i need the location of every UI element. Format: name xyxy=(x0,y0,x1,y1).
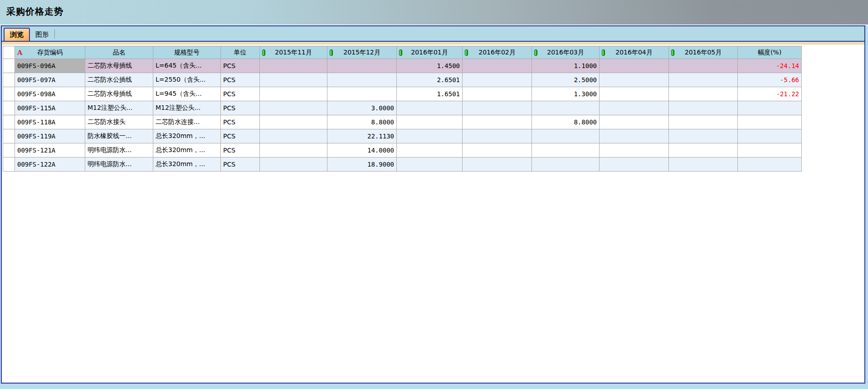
month-price-cell[interactable] xyxy=(463,73,532,87)
spec-model-cell[interactable]: 二芯防水连接... xyxy=(153,115,221,129)
month-price-cell[interactable]: 18.9000 xyxy=(327,158,397,172)
month-price-cell[interactable] xyxy=(669,129,738,143)
row-indicator-cell[interactable] xyxy=(3,73,15,87)
column-header[interactable]: 2016年04月 xyxy=(600,46,669,59)
month-price-cell[interactable] xyxy=(327,73,397,87)
month-price-cell[interactable] xyxy=(260,129,327,143)
month-price-cell[interactable]: 1.1000 xyxy=(532,59,600,73)
range-percent-cell[interactable] xyxy=(738,143,802,158)
table-row[interactable]: 009FS-121A明纬电源防水...总长320mm，...PCS14.0000 xyxy=(3,143,802,158)
table-row[interactable]: 009FS-096A二芯防水母插线L=645（含头...PCS1.45001.1… xyxy=(3,59,802,73)
tab-browse[interactable]: 浏览 xyxy=(4,28,30,41)
month-price-cell[interactable] xyxy=(397,101,463,115)
month-price-cell[interactable] xyxy=(600,73,669,87)
month-price-cell[interactable] xyxy=(669,158,738,172)
range-percent-cell[interactable] xyxy=(738,129,802,143)
column-header[interactable]: 品名 xyxy=(85,46,153,59)
column-header[interactable]: 单位 xyxy=(221,46,260,59)
month-price-cell[interactable] xyxy=(600,59,669,73)
month-price-cell[interactable] xyxy=(532,143,600,158)
row-indicator-cell[interactable] xyxy=(3,87,15,101)
row-indicator-cell[interactable] xyxy=(3,59,15,73)
column-header[interactable]: 2016年05月 xyxy=(669,46,738,59)
month-price-cell[interactable] xyxy=(260,59,327,73)
month-price-cell[interactable] xyxy=(600,129,669,143)
spec-model-cell[interactable]: M12注塑公头... xyxy=(153,101,221,115)
month-price-cell[interactable]: 1.3000 xyxy=(532,87,600,101)
inventory-code-cell[interactable]: 009FS-118A xyxy=(15,115,85,129)
row-indicator-cell[interactable] xyxy=(3,101,15,115)
unit-cell[interactable]: PCS xyxy=(221,59,260,73)
month-price-cell[interactable] xyxy=(669,101,738,115)
month-price-cell[interactable] xyxy=(600,115,669,129)
range-percent-cell[interactable] xyxy=(738,115,802,129)
range-percent-cell[interactable] xyxy=(738,158,802,172)
month-price-cell[interactable] xyxy=(463,59,532,73)
month-price-cell[interactable] xyxy=(260,143,327,158)
month-price-cell[interactable] xyxy=(260,158,327,172)
inventory-code-cell[interactable]: 009FS-122A xyxy=(15,158,85,172)
product-name-cell[interactable]: M12注塑公头... xyxy=(85,101,153,115)
month-price-cell[interactable] xyxy=(260,73,327,87)
month-price-cell[interactable]: 8.8000 xyxy=(532,115,600,129)
month-price-cell[interactable] xyxy=(669,115,738,129)
row-indicator-cell[interactable] xyxy=(3,129,15,143)
month-price-cell[interactable] xyxy=(463,129,532,143)
product-name-cell[interactable]: 二芯防水母插线 xyxy=(85,87,153,101)
inventory-code-cell[interactable]: 009FS-119A xyxy=(15,129,85,143)
column-header[interactable]: 2015年11月 xyxy=(260,46,327,59)
product-name-cell[interactable]: 二芯防水母插线 xyxy=(85,59,153,73)
month-price-cell[interactable]: 2.6501 xyxy=(397,73,463,87)
table-row[interactable]: 009FS-119A防水橡胶线一...总长320mm，...PCS22.1130 xyxy=(3,129,802,143)
product-name-cell[interactable]: 防水橡胶线一... xyxy=(85,129,153,143)
table-row[interactable]: 009FS-098A二芯防水母插线L=945（含头...PCS1.65011.3… xyxy=(3,87,802,101)
spec-model-cell[interactable]: 总长320mm，... xyxy=(153,158,221,172)
column-header[interactable]: 2016年01月 xyxy=(397,46,463,59)
column-header[interactable]: 幅度(%) xyxy=(738,46,802,59)
month-price-cell[interactable]: 1.4500 xyxy=(397,59,463,73)
inventory-code-cell[interactable]: 009FS-097A xyxy=(15,73,85,87)
row-indicator-cell[interactable] xyxy=(3,158,15,172)
spec-model-cell[interactable]: L=2550（含头... xyxy=(153,73,221,87)
month-price-cell[interactable] xyxy=(397,129,463,143)
month-price-cell[interactable] xyxy=(397,115,463,129)
range-percent-cell[interactable] xyxy=(738,101,802,115)
spec-model-cell[interactable]: 总长320mm，... xyxy=(153,143,221,158)
month-price-cell[interactable] xyxy=(260,115,327,129)
inventory-code-cell[interactable]: 009FS-098A xyxy=(15,87,85,101)
month-price-cell[interactable] xyxy=(260,101,327,115)
month-price-cell[interactable] xyxy=(532,129,600,143)
tab-graph[interactable]: 图形 xyxy=(32,29,53,40)
month-price-cell[interactable] xyxy=(600,158,669,172)
month-price-cell[interactable] xyxy=(463,115,532,129)
column-header[interactable]: 规格型号 xyxy=(153,46,221,59)
month-price-cell[interactable] xyxy=(463,87,532,101)
month-price-cell[interactable] xyxy=(532,158,600,172)
month-price-cell[interactable]: 22.1130 xyxy=(327,129,397,143)
month-price-cell[interactable] xyxy=(327,59,397,73)
inventory-code-cell[interactable]: 009FS-121A xyxy=(15,143,85,158)
column-header[interactable]: 2016年02月 xyxy=(463,46,532,59)
month-price-cell[interactable] xyxy=(669,143,738,158)
month-price-cell[interactable] xyxy=(260,87,327,101)
table-row[interactable]: 009FS-118A二芯防水接头二芯防水连接...PCS8.80008.8000 xyxy=(3,115,802,129)
unit-cell[interactable]: PCS xyxy=(221,87,260,101)
range-percent-cell[interactable]: -5.66 xyxy=(738,73,802,87)
inventory-code-cell[interactable]: 009FS-115A xyxy=(15,101,85,115)
month-price-cell[interactable] xyxy=(669,73,738,87)
month-price-cell[interactable] xyxy=(669,59,738,73)
row-indicator-cell[interactable] xyxy=(3,143,15,158)
month-price-cell[interactable]: 3.0000 xyxy=(327,101,397,115)
unit-cell[interactable]: PCS xyxy=(221,101,260,115)
month-price-cell[interactable] xyxy=(463,143,532,158)
month-price-cell[interactable] xyxy=(397,158,463,172)
table-row[interactable]: 009FS-115AM12注塑公头...M12注塑公头...PCS3.0000 xyxy=(3,101,802,115)
product-name-cell[interactable]: 二芯防水公插线 xyxy=(85,73,153,87)
unit-cell[interactable]: PCS xyxy=(221,158,260,172)
month-price-cell[interactable]: 1.6501 xyxy=(397,87,463,101)
inventory-code-cell[interactable]: 009FS-096A xyxy=(15,59,85,73)
month-price-cell[interactable] xyxy=(600,87,669,101)
column-header[interactable]: 存货编码 xyxy=(15,46,85,59)
month-price-cell[interactable] xyxy=(463,158,532,172)
column-header[interactable]: 2016年03月 xyxy=(532,46,600,59)
